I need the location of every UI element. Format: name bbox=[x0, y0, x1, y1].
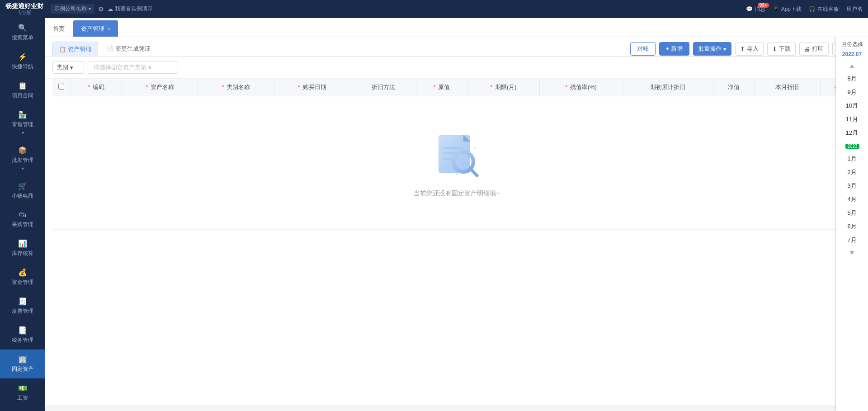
message-icon: 💬 bbox=[746, 6, 753, 12]
sidebar-item-ecommerce[interactable]: 🛒 小畅电商 bbox=[0, 176, 45, 205]
month-item-6[interactable]: 6月 bbox=[836, 220, 868, 233]
sidebar: 🔍 搜索菜单 ⚡ 快捷导航 📋 项目合同 🏪 零售管理 ▾ 📦 批发管理 ▾ 🛒… bbox=[0, 18, 45, 411]
sidebar-item-search[interactable]: 🔍 搜索菜单 bbox=[0, 18, 45, 47]
sub-tab-voucher-label: 变更生成凭证 bbox=[115, 45, 151, 53]
message-badge: 99+ bbox=[758, 3, 769, 8]
category-label: 类别 bbox=[57, 63, 68, 71]
col-code-label: 编码 bbox=[93, 84, 104, 90]
app-label: App下载 bbox=[781, 5, 802, 13]
month-item-9[interactable]: 9月 bbox=[836, 85, 868, 99]
sidebar-item-invoice[interactable]: 🧾 发票管理 bbox=[0, 292, 45, 321]
batch-button[interactable]: 批量操作 ▾ bbox=[693, 42, 731, 56]
year-2023-badge: 2023 bbox=[836, 140, 868, 152]
sidebar-item-salary[interactable]: 💵 工资 bbox=[0, 378, 45, 407]
download-icon: ⬇ bbox=[772, 46, 777, 52]
sidebar-item-label: 发票管理 bbox=[12, 307, 33, 315]
print-button[interactable]: 🖨 打印 bbox=[799, 42, 829, 56]
month-item-7[interactable]: 7月 bbox=[836, 233, 868, 247]
month-up-button[interactable]: ▲ bbox=[847, 60, 858, 72]
asset-detail-icon: 📋 bbox=[59, 46, 66, 52]
print-label: 打印 bbox=[812, 45, 824, 53]
sidebar-item-label: 项目合同 bbox=[12, 92, 33, 99]
month-item-5[interactable]: 5月 bbox=[836, 206, 868, 220]
user-name: 用户名 bbox=[846, 6, 863, 12]
col-original-value-label: 原值 bbox=[438, 84, 450, 90]
col-category: * 类别名称 bbox=[198, 79, 274, 96]
project-icon: 📋 bbox=[18, 81, 27, 90]
main-layout: 🔍 搜索菜单 ⚡ 快捷导航 📋 项目合同 🏪 零售管理 ▾ 📦 批发管理 ▾ 🛒… bbox=[0, 18, 868, 411]
page-content: 📋 资产明细 📄 变更生成凭证 对账 + 新增 批量操作 ▾ bbox=[45, 37, 868, 411]
finance-icon: 💰 bbox=[18, 268, 27, 277]
month-down-button[interactable]: ▼ bbox=[847, 247, 858, 259]
month-item-10[interactable]: 10月 bbox=[836, 99, 868, 113]
col-residual-rate-label: 残值率(%) bbox=[570, 84, 597, 90]
sidebar-item-purchase[interactable]: 🛍 采购管理 bbox=[0, 205, 45, 234]
demo-link[interactable]: ☁ 我要看实例演示 bbox=[108, 5, 153, 13]
salary-icon: 💵 bbox=[18, 384, 27, 392]
app-download-btn[interactable]: 📱 App下载 bbox=[773, 5, 802, 13]
demo-text: 我要看实例演示 bbox=[115, 5, 153, 13]
message-btn[interactable]: 💬 消息 99+ bbox=[746, 5, 765, 13]
retail-icon: 🏪 bbox=[18, 110, 27, 119]
col-accumulated-depreciation: 期初累计折旧 bbox=[623, 79, 713, 96]
content-area: 首页 资产管理 × 📋 资产明细 📄 bbox=[45, 18, 868, 411]
voucher-icon: 📄 bbox=[107, 46, 113, 52]
select-all-checkbox[interactable] bbox=[58, 84, 64, 90]
sub-tabs-left: 📋 资产明细 📄 变更生成凭证 bbox=[52, 42, 157, 56]
sidebar-item-fixed-assets[interactable]: 🏢 固定资产 bbox=[0, 350, 45, 378]
category-type-select[interactable]: 类别 ▾ bbox=[52, 61, 84, 74]
settings-icon[interactable]: ⚙ bbox=[98, 5, 104, 13]
sidebar-item-label: 固定资产 bbox=[12, 365, 33, 373]
sidebar-item-retail[interactable]: 🏪 零售管理 ▾ bbox=[0, 105, 45, 141]
svg-point-8 bbox=[474, 147, 476, 149]
top-bar: 畅捷通好业财 专业版 示例公司名称 ▾ ⚙ ☁ 我要看实例演示 💬 消息 99+… bbox=[0, 0, 868, 18]
import-icon: ⬆ bbox=[740, 46, 745, 52]
col-purchase-date: * 购买日期 bbox=[274, 79, 350, 96]
col-depreciation-method-label: 折旧方法 bbox=[372, 84, 395, 90]
add-button[interactable]: + 新增 bbox=[659, 42, 689, 56]
sidebar-item-finance[interactable]: 💰 资金管理 bbox=[0, 263, 45, 292]
sidebar-item-label: 库存核算 bbox=[12, 250, 33, 257]
sidebar-item-project[interactable]: 📋 项目合同 bbox=[0, 76, 45, 105]
month-item-2[interactable]: 2月 bbox=[836, 165, 868, 179]
service-icon: 🎧 bbox=[809, 6, 816, 12]
sidebar-item-quick-nav[interactable]: ⚡ 快捷导航 bbox=[0, 47, 45, 76]
svg-line-6 bbox=[470, 169, 477, 175]
empty-message: 当前您还没有固定资产明细哦~ bbox=[414, 189, 500, 198]
col-purchase-date-label: 购买日期 bbox=[303, 84, 326, 90]
month-item-3[interactable]: 3月 bbox=[836, 179, 868, 193]
month-item-1[interactable]: 1月 bbox=[836, 152, 868, 165]
sidebar-item-inventory[interactable]: 📊 库存核算 bbox=[0, 234, 45, 263]
user-info[interactable]: 用户名 bbox=[846, 5, 863, 13]
month-item-4[interactable]: 4月 bbox=[836, 193, 868, 206]
month-item-8[interactable]: 8月 bbox=[836, 72, 868, 85]
col-name: * 资产名称 bbox=[122, 79, 198, 96]
month-item-12[interactable]: 12月 bbox=[836, 126, 868, 140]
sub-tab-asset-detail-label: 资产明细 bbox=[68, 45, 91, 53]
company-selector[interactable]: 示例公司名称 ▾ bbox=[51, 4, 94, 14]
sidebar-item-label: 零售管理 bbox=[12, 121, 33, 128]
bottom-scrollbar[interactable] bbox=[45, 406, 868, 411]
sidebar-item-wholesale[interactable]: 📦 批发管理 ▾ bbox=[0, 141, 45, 176]
import-label: 导入 bbox=[747, 45, 759, 53]
sidebar-item-tax[interactable]: 📑 税务管理 bbox=[0, 321, 45, 350]
print-icon: 🖨 bbox=[804, 46, 810, 52]
duizhang-button[interactable]: 对账 bbox=[630, 42, 656, 56]
category-picker[interactable]: 请选择固定资产类别 ▾ bbox=[88, 61, 178, 74]
ecommerce-icon: 🛒 bbox=[18, 182, 27, 190]
online-service-btn[interactable]: 🎧 在线客服 bbox=[809, 5, 839, 13]
sidebar-item-operations[interactable]: 📈 经营管理 bbox=[0, 407, 45, 411]
download-button[interactable]: ⬇ 下载 bbox=[767, 42, 796, 56]
checkbox-header bbox=[52, 79, 71, 96]
tab-home-label: 首页 bbox=[53, 25, 65, 33]
sub-tab-asset-detail[interactable]: 📋 资产明细 bbox=[52, 42, 98, 56]
tab-asset-mgmt[interactable]: 资产管理 × bbox=[73, 20, 118, 37]
fixed-assets-icon: 🏢 bbox=[18, 355, 27, 364]
tab-home[interactable]: 首页 bbox=[45, 20, 72, 37]
sub-tab-generate-voucher[interactable]: 📄 变更生成凭证 bbox=[100, 42, 157, 56]
top-bar-right: 💬 消息 99+ 📱 App下载 🎧 在线客服 用户名 bbox=[746, 5, 863, 13]
month-item-11[interactable]: 11月 bbox=[836, 113, 868, 126]
expand-icon: ▾ bbox=[22, 130, 24, 135]
tab-close-icon[interactable]: × bbox=[107, 26, 110, 32]
import-button[interactable]: ⬆ 导入 bbox=[735, 42, 764, 56]
